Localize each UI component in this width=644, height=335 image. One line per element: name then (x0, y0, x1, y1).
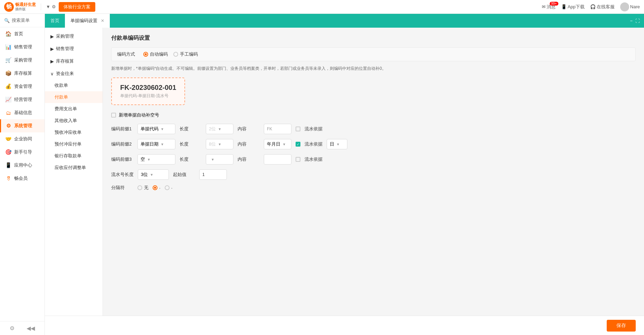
sub-group-finance-title[interactable]: ∨ 资金往来 (45, 68, 103, 80)
sub-group-sales-title[interactable]: ▶ 销售管理 (45, 43, 103, 55)
app-download-button[interactable]: 📱 App下载 (561, 4, 585, 10)
sidebar-search[interactable]: 🔍 搜索菜单 (0, 14, 45, 27)
prefix2-select[interactable]: 单据日期 ▼ (137, 139, 175, 149)
sub-group-sales: ▶ 销售管理 (45, 43, 103, 55)
search-area[interactable]: ▼ ⚙ (46, 4, 56, 9)
sub-item-pre-receive[interactable]: 预收冲应收单 (45, 127, 103, 138)
sub-item-adjust[interactable]: 应收应付调整单 (45, 162, 103, 174)
sub-item-other-income[interactable]: 其他收入单 (45, 115, 103, 127)
prefix3-select[interactable]: 空 ▼ (137, 154, 175, 165)
form-area: 付款单编码设置 编码方式 自动编码 手工编码 (103, 28, 644, 316)
sidebar-item-sales[interactable]: 📊 销售管理 (0, 40, 45, 54)
message-badge: 99+ (550, 2, 558, 6)
settings-icon[interactable]: ⚙ (52, 4, 56, 9)
code-preview-main: FK-20230602-001 (120, 84, 176, 92)
tab-encoding-settings[interactable]: 单据编码设置 ✕ (65, 14, 110, 28)
sidebar-item-apps[interactable]: 📱 应用中心 (0, 159, 45, 172)
auto-fill-row[interactable]: 新增单据自动补空号 (111, 112, 636, 118)
length3-select[interactable]: ▼ (206, 154, 233, 165)
sub-group-purchase-title[interactable]: ▶ 采购管理 (45, 30, 103, 42)
tab-expand-icon[interactable]: ⛶ (635, 18, 640, 24)
logo-text: 畅通好生意 插件版 (15, 2, 36, 11)
basic-icon: 🗂 (5, 110, 11, 116)
save-button[interactable]: 保存 (607, 320, 636, 332)
code-preview-box: FK-20230602-001 单据代码-单据日期-流水号 (111, 77, 185, 105)
trial-button[interactable]: 体验行业方案 (59, 2, 95, 12)
stream2-checkbox[interactable]: ✓ (296, 142, 300, 147)
sidebar-item-home[interactable]: 🏠 首页 (0, 27, 45, 40)
sub-item-pre-pay[interactable]: 预付冲应付单 (45, 138, 103, 150)
bottom-bar: 保存 (45, 316, 644, 335)
separator-row: 分隔符 无 · · (111, 185, 636, 191)
separator-options: 无 · · (137, 185, 172, 191)
apps-icon: 📱 (5, 162, 11, 168)
sidebar-item-purchase[interactable]: 🛒 采购管理 (0, 54, 45, 67)
sidebar-bottom: ⚙ ◀◀ (0, 321, 45, 335)
length1-select[interactable]: 2位 ▼ (206, 124, 233, 134)
length2-select[interactable]: 8位 ▼ (206, 139, 233, 149)
prefix1-select[interactable]: 单据代码 ▼ (137, 124, 175, 134)
settings-bottom-icon[interactable]: ⚙ (10, 325, 15, 332)
start-value-input[interactable]: 1 (199, 169, 227, 180)
length1-label: 长度 (180, 126, 202, 132)
message-button[interactable]: ✉ 消息 99+ (542, 4, 556, 10)
sidebar-item-member[interactable]: 🎖 畅会员 (0, 172, 45, 185)
sub-group-inventory: ▶ 库存核算 (45, 55, 103, 67)
prefix3-label: 编码前缀3 (111, 156, 133, 162)
encoding-method-row: 编码方式 自动编码 手工编码 (111, 47, 636, 61)
sub-item-payment[interactable]: 付款单 (45, 91, 103, 103)
purchase-icon: 🛒 (5, 57, 11, 63)
stream2-unit-select[interactable]: 日 ▼ (327, 139, 347, 149)
prefix-row-3: 编码前缀3 空 ▼ 长度 ▼ 内容 流水依据 (111, 154, 636, 165)
tab-minimize-icon[interactable]: − (630, 18, 633, 24)
sidebar-item-operations[interactable]: 📈 经营管理 (0, 93, 45, 106)
encoding-method-label: 编码方式 (117, 51, 135, 57)
sub-item-expense[interactable]: 费用支出单 (45, 103, 103, 115)
sidebar-item-inventory[interactable]: 📦 库存核算 (0, 67, 45, 80)
operations-icon: 📈 (5, 96, 11, 103)
collapse-icon[interactable]: ◀◀ (27, 325, 35, 332)
stream1-checkbox[interactable] (296, 127, 300, 131)
code-preview-sub: 单据代码-单据日期-流水号 (120, 93, 176, 99)
collapse-arrow-icon: ▶ (50, 34, 54, 39)
member-icon: 🎖 (5, 175, 11, 182)
divider (41, 3, 41, 10)
radio-manual-dot (173, 52, 178, 57)
tab-home[interactable]: 首页 (45, 14, 65, 28)
sidebar-item-enterprise[interactable]: 🤝 企业协同 (0, 132, 45, 146)
top-bar-right: ✉ 消息 99+ 📱 App下载 🎧 在线客服 Nare (542, 2, 640, 11)
sidebar-item-basic[interactable]: 🗂 基础信息 (0, 106, 45, 119)
radio-dot-dot (153, 185, 157, 190)
content1-input: FK (264, 124, 291, 134)
content2-select[interactable]: 年月日 ▼ (264, 139, 291, 149)
sub-item-receipt[interactable]: 收款单 (45, 80, 103, 91)
encoding-manual-radio[interactable]: 手工编码 (173, 51, 198, 57)
sub-item-bank[interactable]: 银行存取款单 (45, 150, 103, 162)
tab-close-icon[interactable]: ✕ (101, 18, 104, 23)
length2-label: 长度 (180, 141, 202, 147)
sidebar-item-system[interactable]: ⚙ 系统管理 (0, 119, 45, 132)
collapse-arrow-icon: ▶ (50, 59, 54, 64)
radio-auto-dot (143, 52, 148, 57)
separator-dot-radio[interactable]: · (153, 185, 161, 190)
sidebar-item-guide[interactable]: 🎯 新手引导 (0, 146, 45, 159)
chevron-down-icon: ▼ (218, 142, 221, 146)
inventory-icon: 📦 (5, 70, 11, 76)
serial-length-select[interactable]: 3位 ▼ (138, 169, 169, 180)
sidebar: 🔍 搜索菜单 🏠 首页 📊 销售管理 🛒 采购管理 📦 库存核算 💰 资金管理 … (0, 14, 45, 335)
info-text: 新增单据时，*单据编码*自动生成、不可编辑。前缀设置为部门、业务员等档案类，开单… (111, 65, 636, 72)
sub-group-inventory-title[interactable]: ▶ 库存核算 (45, 55, 103, 67)
separator-dot2-radio[interactable]: · (165, 185, 173, 190)
auto-fill-checkbox[interactable] (111, 113, 116, 118)
sub-sidebar: ▶ 采购管理 ▶ 销售管理 ▶ 库存核算 (45, 28, 103, 316)
serial-length-label: 流水号长度 (111, 171, 134, 178)
separator-none-radio[interactable]: 无 (137, 185, 148, 191)
user-avatar[interactable]: Nare (620, 2, 640, 11)
encoding-auto-radio[interactable]: 自动编码 (143, 51, 168, 57)
stream3-checkbox[interactable] (296, 157, 300, 162)
page-content: ▶ 采购管理 ▶ 销售管理 ▶ 库存核算 (45, 28, 644, 316)
service-button[interactable]: 🎧 在线客服 (590, 4, 615, 10)
service-icon: 🎧 (590, 4, 596, 9)
stream3-label: 流水依据 (305, 156, 323, 162)
sidebar-item-finance[interactable]: 💰 资金管理 (0, 80, 45, 93)
